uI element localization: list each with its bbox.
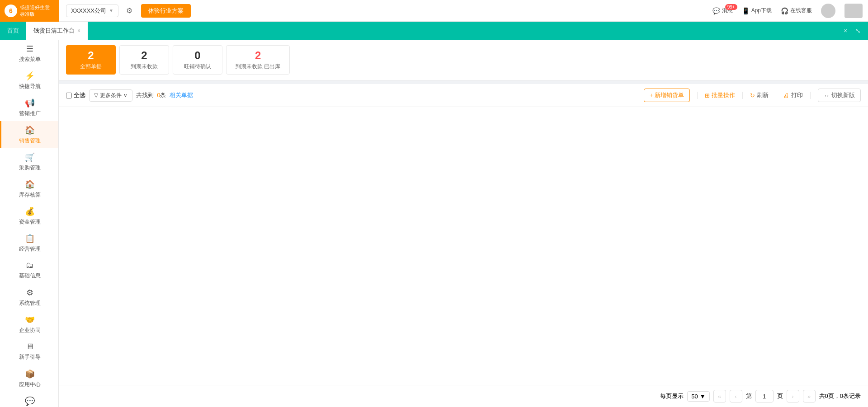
sidebar-item-basic-info[interactable]: 🗂 基础信息 <box>0 257 58 284</box>
sys-mgmt-icon: ⚙ <box>26 288 33 298</box>
toolbar-divider-3 <box>776 92 776 99</box>
message-icon: 💬 <box>712 7 720 14</box>
more-filter-button[interactable]: ▽ 更多条件 ∨ <box>89 89 132 102</box>
logo-text: 畅捷通好生意 标准版 <box>20 4 50 17</box>
switch-icon: ↔ <box>824 92 830 99</box>
page-label: 第 <box>746 392 752 400</box>
company-selector[interactable]: XXXXXX公司 ▼ <box>66 5 118 17</box>
total-info: 共0页，0条记录 <box>819 392 861 400</box>
page-prev-button[interactable]: ‹ <box>730 390 742 402</box>
app-download-button[interactable]: 📱 App下载 <box>742 7 772 14</box>
stat-card-pending-confirm[interactable]: 0 旺铺待确认 <box>173 45 222 75</box>
batch-label: 批量操作 <box>712 91 735 99</box>
toolbar: 全选 ▽ 更多条件 ∨ 共找到 0条 相关单据 + 新增销货单 <box>59 84 868 107</box>
sidebar-item-inventory[interactable]: 🏠 库存核算 <box>0 175 58 202</box>
page-size-selector[interactable]: 50 ▼ <box>687 391 709 402</box>
sidebar-item-purchase-mgmt-label: 采购管理 <box>19 164 41 172</box>
stat-card-all[interactable]: 2 全部单据 <box>66 45 116 75</box>
app-center-icon: 📦 <box>25 369 35 379</box>
enterprise-icon: 🤝 <box>25 315 35 325</box>
avatar[interactable] <box>821 4 835 18</box>
toolbar-left: 全选 ▽ 更多条件 ∨ 共找到 0条 相关单据 <box>66 89 193 102</box>
filter-icon: ▽ <box>94 92 98 98</box>
trial-button[interactable]: 体验行业方案 <box>141 4 191 18</box>
marketing-icon: 📢 <box>25 98 35 108</box>
page-size-arrow: ▼ <box>700 393 706 400</box>
tab-expand-button[interactable]: ⤡ <box>852 24 864 37</box>
online-service-button[interactable]: 🎧 在线客服 <box>781 7 812 14</box>
page-next-button[interactable]: › <box>787 390 799 402</box>
sidebar: ☰ 搜索菜单 ⚡ 快捷导航 📢 营销推广 🏠 销售管理 🛒 采购管理 🏠 库存核… <box>0 40 59 407</box>
sidebar-item-ops-mgmt-label: 经营管理 <box>19 245 41 253</box>
settings-button[interactable]: ⚙ <box>122 4 137 18</box>
switch-label: 切换新版 <box>831 91 855 99</box>
capital-mgmt-icon: 💰 <box>25 206 35 216</box>
toolbar-right: + 新增销货单 ⊞ 批量操作 ↻ 刷新 🖨 打印 <box>644 89 861 102</box>
app-download-icon: 📱 <box>742 7 750 14</box>
tab-bar: 首页 钱货日清工作台 × × ⤡ <box>0 22 868 40</box>
online-service-label: 在线客服 <box>790 7 812 14</box>
stat-cards: 2 全部单据 2 到期未收款 0 旺铺待确认 2 到期未收款 已出库 <box>59 40 868 80</box>
user-name-area[interactable] <box>844 4 863 18</box>
sidebar-item-inventory-label: 库存核算 <box>19 191 41 199</box>
tab-workbench-label: 钱货日清工作台 <box>33 27 75 35</box>
new-sales-order-button[interactable]: + 新增销货单 <box>644 89 690 102</box>
sidebar-item-marketing-label: 营销推广 <box>19 110 41 117</box>
message-button[interactable]: 💬 消息 99+ <box>712 7 733 14</box>
refresh-icon: ↻ <box>750 92 755 99</box>
sidebar-item-enterprise-weixin[interactable]: 💬 企业微信 <box>0 392 58 407</box>
refresh-label: 刷新 <box>757 91 769 99</box>
sidebar-item-ops-mgmt[interactable]: 📋 经营管理 <box>0 229 58 257</box>
sidebar-item-sys-mgmt[interactable]: ⚙ 系统管理 <box>0 284 58 311</box>
select-all-input[interactable] <box>66 93 72 98</box>
tab-close-all-button[interactable]: × <box>839 24 852 37</box>
print-icon: 🖨 <box>783 92 789 99</box>
sidebar-item-sys-mgmt-label: 系统管理 <box>19 299 41 307</box>
page-prev-icon: ‹ <box>735 393 736 400</box>
select-all-checkbox[interactable]: 全选 <box>66 91 85 99</box>
main-layout: ☰ 搜索菜单 ⚡ 快捷导航 📢 营销推广 🏠 销售管理 🛒 采购管理 🏠 库存核… <box>0 40 868 407</box>
sidebar-item-search-menu[interactable]: ☰ 搜索菜单 <box>0 40 58 67</box>
batch-icon: ⊞ <box>705 92 710 99</box>
sidebar-item-search-menu-label: 搜索菜单 <box>19 56 41 63</box>
stat-label-all: 全部单据 <box>80 63 102 70</box>
sidebar-item-enterprise[interactable]: 🤝 企业协同 <box>0 311 58 338</box>
page-number-input[interactable] <box>755 390 774 402</box>
page-last-button[interactable]: » <box>803 390 816 402</box>
sidebar-item-app-center[interactable]: 📦 应用中心 <box>0 365 58 392</box>
stat-num-all: 2 <box>88 49 94 62</box>
stat-num-overdue-unpaid: 2 <box>141 49 147 62</box>
stat-label-overdue-not-shipped: 到期未收款 已出库 <box>236 63 280 70</box>
purchase-mgmt-icon: 🛒 <box>25 152 35 162</box>
stat-num-pending-confirm: 0 <box>194 49 200 62</box>
sidebar-item-sales-mgmt[interactable]: 🏠 销售管理 <box>0 121 58 148</box>
stat-card-overdue-not-shipped[interactable]: 2 到期未收款 已出库 <box>226 45 290 75</box>
message-badge: 99+ <box>725 4 737 10</box>
stat-card-overdue-unpaid[interactable]: 2 到期未收款 <box>119 45 169 75</box>
top-header: 6 畅捷通好生意 标准版 XXXXXX公司 ▼ ⚙ 体验行业方案 💬 消息 99… <box>0 0 868 22</box>
app-download-label: App下载 <box>751 7 772 14</box>
sidebar-item-purchase-mgmt[interactable]: 🛒 采购管理 <box>0 148 58 175</box>
sidebar-item-marketing[interactable]: 📢 营销推广 <box>0 94 58 121</box>
tab-workbench[interactable]: 钱货日清工作台 × <box>26 22 88 40</box>
print-button[interactable]: 🖨 打印 <box>783 91 803 99</box>
batch-operation-button[interactable]: ⊞ 批量操作 <box>705 91 735 99</box>
switch-version-button[interactable]: ↔ 切换新版 <box>818 89 861 102</box>
page-first-button[interactable]: « <box>713 390 726 402</box>
found-link[interactable]: 相关单据 <box>170 92 193 98</box>
inventory-icon: 🏠 <box>25 179 35 189</box>
sidebar-item-newbie[interactable]: 🖥 新手引导 <box>0 338 58 365</box>
tab-home[interactable]: 首页 <box>0 22 26 40</box>
page-first-icon: « <box>718 393 721 400</box>
refresh-button[interactable]: ↻ 刷新 <box>750 91 769 99</box>
sales-mgmt-icon: 🏠 <box>25 125 35 135</box>
sidebar-item-capital-mgmt[interactable]: 💰 资金管理 <box>0 202 58 229</box>
headset-icon: 🎧 <box>781 7 788 14</box>
sidebar-item-basic-info-label: 基础信息 <box>19 272 41 280</box>
sidebar-item-quick-nav-label: 快捷导航 <box>19 83 41 90</box>
toolbar-divider-1 <box>697 92 698 99</box>
sidebar-item-quick-nav[interactable]: ⚡ 快捷导航 <box>0 67 58 94</box>
tab-workbench-close[interactable]: × <box>77 28 80 34</box>
print-label: 打印 <box>791 91 803 99</box>
page-next-icon: › <box>792 393 793 400</box>
